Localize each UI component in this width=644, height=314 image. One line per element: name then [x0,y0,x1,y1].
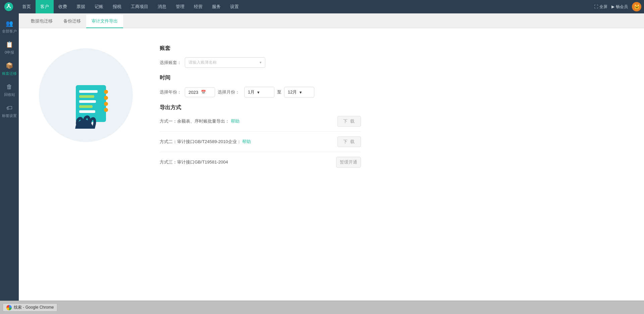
nav-management[interactable]: 管理 [171,0,189,13]
method-2-text: 方式二：审计接口GB/T24589-2010企业： 帮助 [160,139,331,145]
main-layout: 👥 全部客户 📋 0申报 📦 账套迁移 🗑 回收站 🏷 标签设置 数据包迁移 备… [0,13,644,301]
member-button[interactable]: ▶ 畅会员 [611,4,628,10]
taskbar-chrome-item[interactable]: 线索 - Google Chrome [3,303,57,312]
end-month-select[interactable]: 12月 ▾ [284,87,314,98]
method-1-text: 方式一：余额表、序时账批量导出： 帮助 [160,118,331,124]
time-controls: 2023 📅 选择月份： 1月 ▾ 至 12月 ▾ [185,87,314,98]
sidebar-item-trash[interactable]: 🗑 回收站 [0,79,19,101]
svg-point-11 [104,108,108,112]
chevron-down-icon: ▾ [260,60,262,65]
sidebar-item-tags[interactable]: 🏷 标签设置 [0,101,19,122]
svg-rect-4 [79,95,94,98]
nav-items: 首页 客户 收费 票据 记账 报税 工商项目 消息 管理 经营 服务 设置 [17,0,594,13]
svg-rect-5 [79,100,96,103]
fullscreen-button[interactable]: ⛶ 全屏 [594,4,607,10]
end-month-value: 12月 [288,89,297,95]
nav-business[interactable]: 工商项目 [126,0,153,13]
sidebar: 👥 全部客户 📋 0申报 📦 账套迁移 🗑 回收站 🏷 标签设置 [0,13,19,301]
year-value: 2023 [189,90,198,95]
trash-icon: 🗑 [5,83,13,91]
sidebar-label-trash: 回收站 [4,92,15,97]
method-2-label: 方式二：审计接口GB/T24589-2010企业： [160,139,241,144]
tab-backup-migrate[interactable]: 备份迁移 [58,15,86,28]
svg-point-9 [104,96,108,100]
sidebar-label-migrate: 账套迁移 [2,71,17,76]
export-section-title: 导出方式 [160,104,361,111]
year-label: 选择年份： [160,89,181,95]
taskbar: 线索 - Google Chrome [0,301,644,314]
sidebar-item-all-customers[interactable]: 👥 全部客户 [0,16,19,37]
page-content: 账套 选择账套： 请输入账簿名称 ▾ 时间 选择年份： 2023 📅 [19,28,644,301]
method-3-text: 方式三：审计接口GB/T19581-2004 [160,159,329,165]
calendar-icon: 📅 [201,90,206,95]
method-1-label: 方式一：余额表、序时账批量导出： [160,119,229,124]
form-area: 账套 选择账套： 请输入账簿名称 ▾ 时间 选择年份： 2023 📅 [160,42,361,172]
sidebar-item-migrate[interactable]: 📦 账套迁移 [0,58,19,79]
account-section-title: 账套 [160,45,361,52]
svg-rect-7 [79,110,95,113]
tabs-bar: 数据包迁移 备份迁移 审计文件导出 [19,13,644,28]
member-label: 畅会员 [616,4,628,10]
month-label: 选择月份： [218,89,239,95]
method-2-download-button[interactable]: 下 载 [337,136,361,147]
svg-rect-3 [79,90,98,93]
export-method-3: 方式三：审计接口GB/T19581-2004 暂缓开通 [160,152,361,172]
month-chevron-icon: ▾ [257,90,260,95]
fullscreen-label: 全屏 [599,4,607,10]
year-select[interactable]: 2023 📅 [185,87,215,97]
taskbar-chrome-label: 线索 - Google Chrome [14,305,54,310]
nav-operation[interactable]: 经营 [189,0,207,13]
svg-point-1 [8,4,9,6]
account-row: 选择账套： 请输入账簿名称 ▾ [160,57,361,68]
sidebar-label-all-customers: 全部客户 [2,29,17,34]
start-month-value: 1月 [248,89,255,95]
nav-customers[interactable]: 客户 [36,0,54,13]
time-separator: 至 [277,89,281,95]
end-month-chevron-icon: ▾ [300,90,302,95]
illustration [39,48,133,142]
avatar[interactable]: 🐱 [632,2,641,11]
nav-right: ⛶ 全屏 ▶ 畅会员 🐱 [594,2,641,11]
method-3-coming-soon-button[interactable]: 暂缓开通 [336,157,361,168]
nav-tax[interactable]: 报税 [108,0,126,13]
method-1-help-link[interactable]: 帮助 [231,119,239,124]
top-nav: 首页 客户 收费 票据 记账 报税 工商项目 消息 管理 经营 服务 设置 ⛶ … [0,0,644,13]
export-method-1: 方式一：余额表、序时账批量导出： 帮助 下 载 [160,111,361,132]
account-placeholder: 请输入账簿名称 [189,60,217,65]
account-select[interactable]: 请输入账簿名称 ▾ [185,57,265,68]
svg-point-8 [104,90,108,94]
content-area: 数据包迁移 备份迁移 审计文件导出 [19,13,644,301]
start-month-select[interactable]: 1月 ▾ [244,87,274,98]
fullscreen-icon: ⛶ [594,4,598,9]
svg-point-10 [104,102,108,106]
svg-rect-6 [79,105,93,108]
nav-billing[interactable]: 收费 [54,0,72,13]
nav-home[interactable]: 首页 [17,0,36,13]
report-icon: 📋 [5,41,13,49]
chrome-icon [6,305,12,310]
sidebar-label-zero-report: 0申报 [5,50,14,55]
account-label: 选择账套： [160,60,181,66]
illustration-svg [56,62,116,129]
nav-invoices[interactable]: 票据 [72,0,90,13]
export-method-2: 方式二：审计接口GB/T24589-2010企业： 帮助 下 载 [160,132,361,152]
migrate-icon: 📦 [5,62,13,70]
tab-data-migrate[interactable]: 数据包迁移 [25,15,58,28]
sidebar-item-zero-report[interactable]: 📋 0申报 [0,37,19,58]
method-2-help-link[interactable]: 帮助 [242,139,251,144]
nav-service[interactable]: 服务 [207,0,225,13]
tab-audit-export[interactable]: 审计文件导出 [86,15,123,28]
nav-settings[interactable]: 设置 [225,0,244,13]
nav-accounting[interactable]: 记账 [90,0,108,13]
method-1-download-button[interactable]: 下 载 [337,116,361,127]
people-icon: 👥 [5,19,13,27]
time-section-title: 时间 [160,74,361,81]
sidebar-label-tags: 标签设置 [2,113,17,118]
logo [3,1,15,13]
method-3-label: 方式三：审计接口GB/T19581-2004 [160,160,228,165]
tag-icon: 🏷 [5,104,13,112]
member-icon: ▶ [611,4,614,9]
nav-message[interactable]: 消息 [153,0,171,13]
time-row: 选择年份： 2023 📅 选择月份： 1月 ▾ 至 12月 [160,87,361,98]
